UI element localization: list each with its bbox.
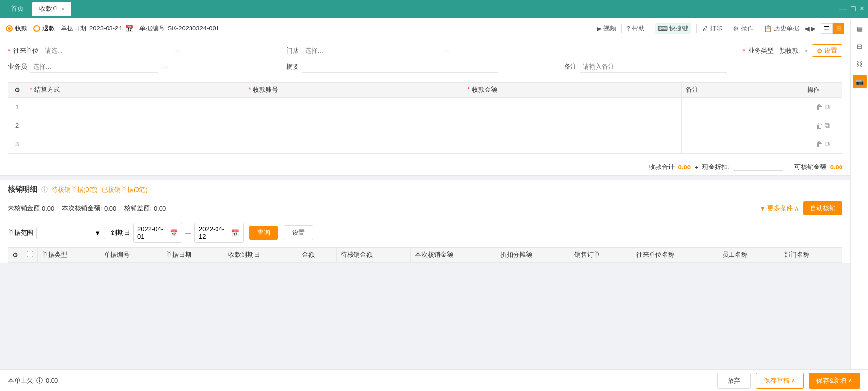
history-btn[interactable]: 📋 历史单据 (764, 24, 799, 33)
row-3-account[interactable] (244, 135, 463, 154)
side-inbox-icon[interactable]: ⊟ (853, 39, 867, 53)
query-btn[interactable]: 查询 (249, 226, 278, 240)
th-pending-label: 待核销金额 (341, 251, 373, 258)
business-type-arrow[interactable]: ▼ (804, 48, 809, 54)
radio-receipt[interactable]: 收款 (6, 24, 27, 33)
salesperson-more-btn[interactable]: ··· (163, 63, 167, 70)
salesperson-field: 业务员 ··· (8, 61, 286, 73)
range-select[interactable]: ▼ (36, 227, 105, 239)
setting-btn[interactable]: ⚙ 设置 (812, 44, 842, 57)
calendar-icon-from: 📅 (170, 229, 178, 237)
counterpart-input[interactable] (42, 45, 169, 56)
row-1-account[interactable] (244, 98, 463, 116)
total-value: 0.00 (678, 164, 691, 171)
save-draft-btn[interactable]: 保存草稿 ∧ (756, 373, 804, 389)
gear-icon-bottom[interactable]: ⚙ (12, 251, 18, 259)
th-current-label: 本次核销金额 (415, 251, 453, 258)
note-input[interactable] (580, 61, 727, 73)
date-dash: — (185, 229, 191, 237)
side-link-icon[interactable]: ⛓ (853, 57, 867, 71)
th-current: 本次核销金额 (410, 248, 496, 263)
help-btn[interactable]: ? 帮助 (626, 24, 645, 33)
radio-refund-label: 退款 (42, 24, 55, 33)
counterpart-more-btn[interactable]: ··· (174, 47, 179, 54)
row-num-1: 1 (8, 98, 26, 116)
grid-view-btn[interactable]: ⊞ (833, 23, 844, 34)
video-btn[interactable]: ▶ 视频 (597, 24, 616, 33)
history-label: 历史单据 (774, 24, 799, 33)
abandon-btn[interactable]: 放弃 (717, 373, 751, 389)
number-value: SK-20230324-001 (168, 25, 220, 32)
row-2-amount[interactable] (463, 116, 681, 135)
row-3-settlement[interactable] (26, 135, 244, 154)
row-2-settlement[interactable] (26, 116, 244, 135)
form-row-1: * 往来单位 ··· 门店 ··· * 业务类型 预收款 ▼ ⚙ 设置 (8, 44, 842, 57)
row-3-note[interactable] (682, 135, 803, 154)
help-label: 帮助 (632, 24, 645, 33)
side-camera-icon[interactable]: 📷 (853, 75, 867, 88)
due-from-input[interactable]: 2022-04-01 📅 (133, 223, 182, 243)
row-2-copy-btn[interactable]: ⧉ (825, 121, 830, 130)
divider5 (759, 24, 759, 33)
pending-tab[interactable]: 待核销单据(0笔) (52, 185, 98, 194)
calendar-icon[interactable]: 📅 (125, 25, 134, 32)
shortcut-btn[interactable]: ⌨ 快捷键 (655, 23, 691, 34)
auto-btn[interactable]: 自动核销 (803, 201, 842, 215)
gear-icon: ⚙ (817, 47, 823, 55)
th-department: 部门名称 (780, 248, 842, 263)
gear-icon-th[interactable]: ⚙ (14, 86, 20, 94)
summary-input[interactable] (302, 61, 498, 73)
row-3-action: 🗑 ⧉ (803, 135, 842, 154)
list-view-btn[interactable]: ☰ (821, 23, 833, 34)
th-counterpart-label: 往来单位名称 (636, 251, 675, 258)
row-1-delete-btn[interactable]: 🗑 (816, 103, 823, 111)
row-2-action: 🗑 ⧉ (803, 116, 842, 135)
current-item: 本次核销金额: 0.00 (62, 204, 116, 213)
due-to-value: 2022-04-12 (199, 225, 229, 240)
next-arrow[interactable]: ▶ (811, 25, 816, 32)
toolbar: 收款 退款 单据日期 2023-03-24 📅 单据编号 SK-20230324… (0, 18, 850, 39)
window-close-btn[interactable]: × (860, 4, 864, 13)
tab-receipt[interactable]: 收款单 × (32, 2, 71, 16)
available-label: 可核销金额 (794, 163, 826, 171)
salesperson-input[interactable] (30, 61, 158, 73)
due-to-input[interactable]: 2022-04-12 📅 (194, 223, 244, 243)
row-2-account[interactable] (244, 116, 463, 135)
operation-btn[interactable]: ⚙ 操作 (733, 24, 754, 33)
row-3-amount[interactable] (463, 135, 681, 154)
info-icon[interactable]: ⓘ (41, 185, 48, 194)
more-conditions-btn[interactable]: ▼ 更多条件 ∧ (760, 204, 799, 213)
row-1-copy-btn[interactable]: ⧉ (825, 103, 830, 111)
row-2-note[interactable] (682, 116, 803, 135)
side-table-icon[interactable]: ▤ (853, 22, 867, 35)
total-label: 收款合计 (649, 163, 675, 171)
print-label: 打印 (710, 24, 723, 33)
radio-refund-dot (33, 25, 40, 32)
row-2-delete-btn[interactable]: 🗑 (816, 122, 823, 130)
tab-home[interactable]: 首页 (4, 2, 30, 16)
row-1-amount[interactable] (463, 98, 681, 116)
row-1-note[interactable] (682, 98, 803, 116)
radio-refund[interactable]: 退款 (33, 24, 55, 33)
discount-input[interactable] (733, 163, 783, 171)
store-more-btn[interactable]: ··· (444, 47, 449, 54)
select-all-checkbox[interactable] (27, 251, 33, 257)
print-icon: 🖨 (702, 25, 708, 32)
th-note: 备注 (682, 83, 803, 98)
section-header: 核销明细 ⓘ 待核销单据(0笔) 已核销单据(0笔) (0, 180, 850, 197)
calendar-icon-to: 📅 (231, 229, 239, 237)
maximize-btn[interactable]: □ (851, 4, 856, 13)
store-input[interactable] (302, 45, 439, 56)
print-btn[interactable]: 🖨 打印 (702, 24, 723, 33)
shortcut-label: 快捷键 (669, 24, 688, 33)
filter-setting-btn[interactable]: 设置 (284, 225, 313, 240)
row-3-delete-btn[interactable]: 🗑 (816, 140, 823, 148)
prev-arrow[interactable]: ◀ (804, 25, 810, 32)
row-3-copy-btn[interactable]: ⧉ (825, 140, 830, 148)
minimize-btn[interactable]: — (839, 4, 847, 13)
save-new-btn[interactable]: 保存&新增 ∧ (809, 373, 860, 389)
done-tab[interactable]: 已核销单据(0笔) (102, 185, 148, 194)
row-1-settlement[interactable] (26, 98, 244, 116)
th-amount: * 收款金额 (463, 83, 681, 98)
tab-close-icon[interactable]: × (61, 6, 64, 12)
